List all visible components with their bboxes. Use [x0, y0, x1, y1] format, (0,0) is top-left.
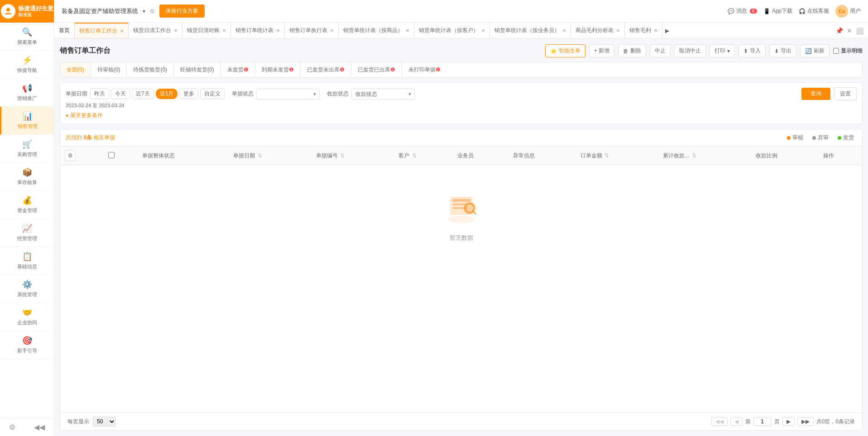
sort-icon[interactable]: ⇅ [258, 152, 262, 159]
tab-sales-summary-staff[interactable]: 销货单统计表（按业务员） ✕ [490, 23, 571, 39]
sidebar-item-sales[interactable]: 📊 销售管理 [0, 107, 54, 135]
sort-icon-5[interactable]: ⇅ [692, 152, 696, 159]
query-button[interactable]: 查询 [801, 88, 830, 100]
tab-home[interactable]: 首页 [54, 23, 75, 39]
date-btn-today[interactable]: 今天 [111, 89, 130, 99]
system-dropdown[interactable]: ▾ [143, 8, 145, 14]
sidebar-item-finance-label: 资金管理 [17, 207, 37, 214]
online-service-button[interactable]: 🎧 在线客服 [799, 7, 829, 15]
ship-button[interactable]: 发货 [835, 133, 857, 142]
page-number-input[interactable] [753, 417, 772, 426]
setting-button[interactable]: 设置 [834, 87, 857, 100]
filter-tab-not-printed[interactable]: 未打印单据❶ [402, 62, 447, 77]
tab-close-icon-2[interactable]: ✕ [174, 28, 177, 33]
sort-icon-3[interactable]: ⇅ [412, 152, 417, 159]
show-detail-checkbox-wrap[interactable]: 显示明细 [833, 47, 863, 55]
next-page-button[interactable]: ▶ [782, 417, 795, 426]
per-page-select[interactable]: 10 20 50 100 [93, 417, 116, 427]
prev-page-button[interactable]: ◀ [730, 417, 743, 426]
status-select[interactable] [256, 89, 320, 100]
tab-close-icon-10[interactable]: ✕ [654, 28, 657, 33]
filter-tab-overdue[interactable]: 到期未发货❶ [255, 62, 301, 77]
content-area: 销售订单工作台 ⭐ 智能生单 + 新增 🗑 删除 中止 取消中止 打印 ▾ [54, 39, 868, 436]
settings-bottom-btn[interactable]: ⚙ [9, 423, 15, 431]
payment-select[interactable]: 收款状态 [351, 89, 415, 100]
last-page-button[interactable]: ▶▶ [797, 417, 814, 426]
sidebar-item-quick-nav-label: 快捷导航 [17, 67, 37, 74]
delete-button[interactable]: 🗑 删除 [618, 44, 646, 57]
show-detail-checkbox[interactable] [833, 48, 839, 54]
filter-tab-all[interactable]: 全部(0) [60, 62, 91, 77]
first-page-button[interactable]: ◀◀ [711, 417, 728, 426]
sidebar-item-operations-label: 经营管理 [17, 235, 37, 242]
import-button[interactable]: ⬆ 导入 [739, 44, 766, 57]
date-btn-custom[interactable]: 自定义 [200, 89, 225, 99]
tab-expand-icon[interactable]: ⬜ [855, 26, 864, 35]
collapse-btn[interactable]: ◀◀ [34, 423, 45, 431]
tab-pin-icon[interactable]: 📌 [834, 26, 844, 35]
sidebar-item-purchase[interactable]: 🛒 采购管理 [0, 135, 54, 163]
app-download-button[interactable]: 📱 App下载 [763, 7, 792, 15]
sidebar-item-search[interactable]: 🔍 搜索菜单 [0, 23, 54, 51]
tab-close-icon-8[interactable]: ✕ [562, 28, 566, 33]
cancel-suspend-button[interactable]: 取消中止 [674, 44, 706, 57]
sidebar-item-marketing[interactable]: 📢 营销推广 [0, 79, 54, 107]
filter-tab-shipped-not-out[interactable]: 已发货未出库❶ [301, 62, 351, 77]
review-button[interactable]: 审核 [784, 133, 806, 142]
tab-close-icon-9[interactable]: ✕ [616, 28, 620, 33]
tab-cash-reconcile[interactable]: 钱货日清对账 ✕ [182, 23, 231, 39]
print-button[interactable]: 打印 ▾ [710, 44, 735, 57]
tab-margin-analysis[interactable]: 商品毛利分析表 ✕ [571, 23, 625, 39]
settings-gear-icon[interactable]: ⚙ [150, 8, 155, 14]
sort-icon-4[interactable]: ⇅ [604, 152, 609, 159]
refresh-button[interactable]: 🔄 刷新 [800, 44, 830, 57]
tab-sales-workbench[interactable]: 销售订单工作台 ✕ [75, 23, 129, 39]
date-btn-1month[interactable]: 近1月 [156, 89, 178, 99]
sidebar-item-basic-info[interactable]: 📋 基础信息 [0, 247, 54, 275]
tab-close-icon-6[interactable]: ✕ [406, 28, 409, 33]
suspend-button[interactable]: 中止 [650, 44, 671, 57]
filter-tab-pending-review[interactable]: 待审核(0) [91, 62, 127, 77]
industry-solution-button[interactable]: 体验行业方案 [159, 5, 205, 18]
date-btn-yesterday[interactable]: 昨天 [90, 89, 109, 99]
sidebar-item-quick-nav[interactable]: ⚡ 快捷导航 [0, 51, 54, 79]
tab-sales-summary-product[interactable]: 销货单统计表（按商品） ✕ [339, 23, 414, 39]
tab-close-icon[interactable]: ✕ [120, 28, 124, 33]
th-operations-label: 操作 [823, 152, 834, 159]
column-settings-button[interactable]: ⚙ [65, 150, 76, 161]
date-btn-7days[interactable]: 近7天 [132, 89, 154, 99]
sidebar-item-finance[interactable]: 💰 资金管理 [0, 191, 54, 219]
sidebar-item-guide[interactable]: 🎯 新手引导 [0, 331, 54, 359]
add-button[interactable]: + 新增 [589, 44, 614, 57]
sidebar-item-system[interactable]: ⚙️ 系统管理 [0, 275, 54, 303]
expand-conditions-button[interactable]: ▾ 展开更多条件 [66, 112, 103, 119]
tab-close-all-icon[interactable]: ✕ [846, 26, 853, 35]
tab-sales-exec[interactable]: 销售订单执行表 ✕ [285, 23, 339, 39]
sidebar-item-cooperation[interactable]: 🤝 企业协同 [0, 303, 54, 331]
tab-cash-daily[interactable]: 钱货日清工作台 ✕ [129, 23, 182, 39]
table-scroll[interactable]: ⚙ 单据整体状态 单据日期 ⇅ [60, 147, 862, 412]
user-menu[interactable]: Ea 用户 [835, 5, 861, 18]
filter-tab-shipped-out[interactable]: 已发货已出库❶ [351, 62, 402, 77]
tab-close-icon-5[interactable]: ✕ [330, 28, 334, 33]
tab-sales-summary-customer[interactable]: 销货单统计表（按客户） ✕ [414, 23, 490, 39]
tab-close-icon-4[interactable]: ✕ [276, 28, 280, 33]
page-title: 销售订单工作台 [60, 46, 110, 56]
sort-icon-2[interactable]: ⇅ [340, 152, 345, 159]
tab-close-icon-3[interactable]: ✕ [222, 28, 226, 33]
tab-sales-stat[interactable]: 销售订单统计表 ✕ [231, 23, 285, 39]
filter-tab-wangpu-ship[interactable]: 旺铺待发货(0) [174, 62, 221, 77]
export-button[interactable]: ⬇ 导出 [769, 44, 796, 57]
tab-close-icon-7[interactable]: ✕ [481, 28, 485, 33]
tab-more-button[interactable]: ▶ [662, 28, 672, 34]
filter-tab-not-shipped[interactable]: 未发货❶ [221, 62, 255, 77]
select-all-checkbox[interactable] [108, 152, 115, 158]
date-btn-more[interactable]: 更多 [179, 89, 198, 99]
sidebar-item-operations[interactable]: 📈 经营管理 [0, 219, 54, 247]
smart-create-button[interactable]: ⭐ 智能生单 [545, 44, 585, 57]
filter-tab-pending-inspect[interactable]: 待拣货验货(0) [127, 62, 174, 77]
abandon-review-button[interactable]: 弃审 [810, 133, 831, 142]
sidebar-item-inventory[interactable]: 📦 库存核算 [0, 163, 54, 191]
message-button[interactable]: 💬 消息 6 [728, 7, 757, 15]
tab-sales-profit[interactable]: 销售毛利 ✕ [625, 23, 662, 39]
